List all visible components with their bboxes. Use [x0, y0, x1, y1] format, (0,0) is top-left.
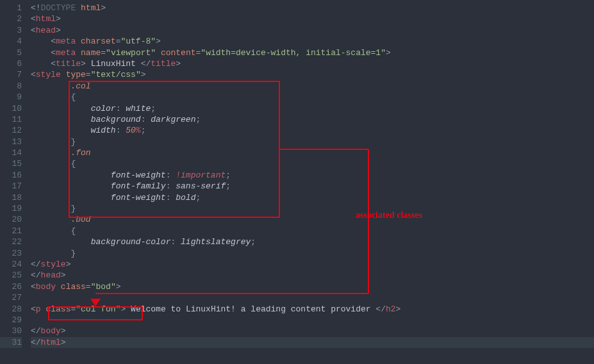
code-line[interactable]: background-color: lightslategrey; [31, 236, 594, 247]
code-area[interactable]: <!DOCTYPE html><html><head> <meta charse… [31, 0, 594, 364]
code-line[interactable]: <p class="col fon"> Welcome to LinuxHint… [31, 304, 594, 315]
line-number: 27 [0, 292, 22, 303]
line-number: 20 [0, 214, 22, 225]
code-line[interactable]: } [31, 203, 594, 214]
line-number: 26 [0, 281, 22, 292]
line-number: 13 [0, 136, 22, 147]
code-line[interactable]: width: 50%; [31, 125, 594, 136]
line-number: 8 [0, 81, 22, 92]
code-line[interactable]: color: white; [31, 103, 594, 114]
line-number: 10 [0, 103, 22, 114]
line-number: 16 [0, 170, 22, 181]
code-line[interactable]: <style type="text/css"> [31, 69, 594, 80]
code-line[interactable]: font-weight: !important; [31, 170, 594, 181]
line-number: 18 [0, 192, 22, 203]
code-editor[interactable]: 1234567891011121314151617181920212223242… [0, 0, 594, 364]
line-number: 21 [0, 226, 22, 236]
line-number: 5 [0, 47, 22, 58]
code-line[interactable]: </head> [31, 270, 594, 281]
line-number: 31 [0, 337, 22, 348]
line-number: 19 [0, 203, 22, 214]
code-line[interactable]: .bod [31, 214, 594, 225]
line-number: 24 [0, 259, 22, 270]
line-number: 25 [0, 270, 22, 281]
code-line[interactable]: } [31, 136, 594, 147]
code-line[interactable] [31, 315, 594, 326]
code-line[interactable]: } [31, 248, 594, 259]
line-number: 7 [0, 69, 22, 80]
code-line[interactable]: <html> [31, 13, 594, 24]
line-number: 30 [0, 326, 22, 336]
line-number: 9 [0, 92, 22, 103]
line-number: 11 [0, 114, 22, 125]
line-number: 6 [0, 58, 22, 69]
code-line[interactable]: <head> [31, 25, 594, 36]
code-line[interactable]: </body> [31, 326, 594, 336]
code-line[interactable]: { [31, 92, 594, 103]
code-line[interactable]: .col [31, 81, 594, 92]
code-line[interactable]: <!DOCTYPE html> [31, 3, 594, 13]
line-number: 12 [0, 125, 22, 136]
code-line[interactable] [31, 292, 594, 303]
line-number: 3 [0, 25, 22, 36]
code-line[interactable]: background: darkgreen; [31, 114, 594, 125]
code-line[interactable]: .fon [31, 147, 594, 158]
code-line[interactable]: <meta name="viewport" content="width=dev… [31, 47, 594, 58]
code-line[interactable]: <title> LinuxHint </title> [31, 58, 594, 69]
code-line[interactable]: font-family: sans-serif; [31, 181, 594, 192]
line-number: 14 [0, 147, 22, 158]
line-number: 1 [0, 3, 22, 13]
line-number: 15 [0, 158, 22, 169]
code-line[interactable]: <body class="bod"> [31, 281, 594, 292]
line-number: 29 [0, 315, 22, 326]
code-line[interactable]: </style> [31, 259, 594, 270]
code-line[interactable]: </html> [31, 337, 594, 348]
code-line[interactable]: { [31, 226, 594, 236]
code-line[interactable]: { [31, 158, 594, 169]
line-number: 4 [0, 36, 22, 47]
line-number: 2 [0, 13, 22, 24]
line-number: 28 [0, 304, 22, 315]
line-number: 23 [0, 248, 22, 259]
code-line[interactable]: font-weight: bold; [31, 192, 594, 203]
code-line[interactable]: <meta charset="utf-8"> [31, 36, 594, 47]
line-number: 22 [0, 236, 22, 247]
line-number-gutter: 1234567891011121314151617181920212223242… [0, 0, 31, 364]
line-number: 17 [0, 181, 22, 192]
